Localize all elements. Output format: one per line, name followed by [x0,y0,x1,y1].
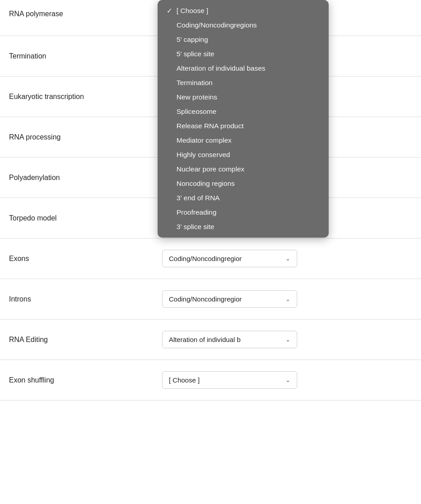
row-label-rna-editing: RNA Editing [9,336,162,344]
row-label-polyadenylation: Polyadenylation [9,174,162,182]
row-label-eukaryotic: Eukaryotic transcription [9,93,162,101]
chevron-down-icon: ⌄ [285,296,290,302]
table-row: RNA polymerase ✓[ Choose ]Coding/Noncodi… [0,0,421,36]
dropdown-item-three-end[interactable]: 3’ end of RNA [158,191,329,205]
dropdown-item-choose[interactable]: ✓[ Choose ] [158,4,329,18]
dropdown-item-label: Mediator complex [177,136,320,144]
dropdown-item-noncoding[interactable]: Noncoding regions [158,176,329,191]
row-label-exons: Exons [9,255,162,263]
rna-editing-select-value: Alteration of individual b [169,336,240,343]
introns-select-value: Coding/Noncodingregior [169,295,242,303]
exon-shuffling-select[interactable]: [ Choose ] ⌄ [162,371,297,389]
quiz-table: RNA polymerase ✓[ Choose ]Coding/Noncodi… [0,0,421,400]
chevron-down-icon: ⌄ [285,377,290,383]
row-control-introns: Coding/Noncodingregior ⌄ [162,290,412,308]
dropdown-item-coding-noncoding[interactable]: Coding/Noncodingregions [158,18,329,32]
chevron-down-icon: ⌄ [285,255,290,262]
dropdown-item-label: Termination [177,79,320,87]
dropdown-item-spliceosome[interactable]: Spliceosome [158,104,329,119]
row-control-exon-shuffling: [ Choose ] ⌄ [162,371,412,389]
dropdown-menu: ✓[ Choose ]Coding/Noncodingregions5’ cap… [158,0,329,238]
dropdown-item-highly-conserved[interactable]: Highly conserved [158,148,329,162]
row-control-exons: Coding/Noncodingregior ⌄ [162,250,412,267]
dropdown-item-proofreading[interactable]: Proofreading [158,205,329,220]
dropdown-item-alteration[interactable]: Alteration of individual bases [158,61,329,76]
introns-select[interactable]: Coding/Noncodingregior ⌄ [162,290,297,308]
row-label-torpedo: Torpedo model [9,214,162,222]
table-row: RNA Editing Alteration of individual b ⌄ [0,320,421,360]
dropdown-item-label: 5’ splice site [177,50,320,58]
row-label-exon-shuffling: Exon shuffling [9,376,162,384]
dropdown-item-label: 5’ capping [177,36,320,44]
dropdown-item-nuclear-pore[interactable]: Nuclear pore complex [158,162,329,176]
exons-select[interactable]: Coding/Noncodingregior ⌄ [162,250,297,267]
dropdown-item-five-splice[interactable]: 5’ splice site [158,47,329,61]
dropdown-item-mediator[interactable]: Mediator complex [158,133,329,148]
dropdown-item-label: Highly conserved [177,151,320,159]
chevron-down-icon: ⌄ [285,336,290,343]
dropdown-item-label: Spliceosome [177,108,320,116]
table-row: Exon shuffling [ Choose ] ⌄ [0,360,421,400]
dropdown-item-label: Noncoding regions [177,180,320,188]
dropdown-item-release-rna[interactable]: Release RNA product [158,119,329,133]
dropdown-item-label: 3’ end of RNA [177,194,320,202]
dropdown-item-label: Coding/Noncodingregions [177,21,320,29]
dropdown-item-label: Release RNA product [177,122,320,130]
dropdown-item-label: [ Choose ] [177,7,320,15]
dropdown-item-label: Alteration of individual bases [177,64,320,72]
dropdown-item-five-capping[interactable]: 5’ capping [158,32,329,47]
dropdown-item-three-splice[interactable]: 3’ splice site [158,220,329,234]
dropdown-item-termination[interactable]: Termination [158,76,329,90]
dropdown-item-label: New proteins [177,93,320,101]
table-row: Introns Coding/Noncodingregior ⌄ [0,279,421,320]
exon-shuffling-select-value: [ Choose ] [169,376,199,384]
row-label-termination: Termination [9,52,162,60]
rna-editing-select[interactable]: Alteration of individual b ⌄ [162,331,297,348]
dropdown-item-label: Proofreading [177,208,320,216]
row-control-rna-editing: Alteration of individual b ⌄ [162,331,412,348]
row-label-rna-processing: RNA processing [9,133,162,141]
row-label-rna-polymerase: RNA polymerase [9,10,162,18]
row-label-introns: Introns [9,295,162,303]
dropdown-item-label: Nuclear pore complex [177,165,320,173]
table-row: Exons Coding/Noncodingregior ⌄ [0,238,421,279]
checkmark-icon: ✓ [167,7,177,15]
dropdown-item-label: 3’ splice site [177,223,320,231]
exons-select-value: Coding/Noncodingregior [169,255,242,262]
dropdown-item-new-proteins[interactable]: New proteins [158,90,329,104]
